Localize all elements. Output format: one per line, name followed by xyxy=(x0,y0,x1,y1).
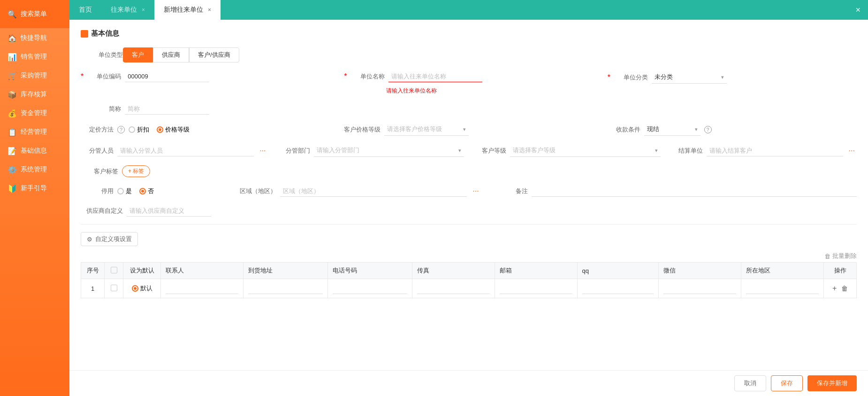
label-customer-level: 客户等级 xyxy=(473,147,506,155)
cell-location xyxy=(741,279,824,298)
input-unit-name[interactable] xyxy=(388,71,482,82)
label-unit-name: 单位名称 xyxy=(352,72,385,81)
cell-check xyxy=(105,279,123,298)
gear-icon: ⚙ xyxy=(87,236,92,243)
col-header-default: 设为默认 xyxy=(123,263,161,279)
select-payment-terms[interactable]: 现结 ▾ xyxy=(644,123,700,136)
input-region[interactable] xyxy=(280,186,467,197)
sidebar-item-label: 库存核算 xyxy=(21,90,47,99)
input-qq[interactable] xyxy=(582,283,654,294)
add-tag-button[interactable]: + 标签 xyxy=(122,165,150,177)
input-manager[interactable] xyxy=(117,145,254,156)
unit-type-supplier[interactable]: 供应商 xyxy=(153,47,189,62)
footer-bar: 取消 保存 保存并新增 xyxy=(69,370,868,396)
radio-price-level[interactable]: 价格等级 xyxy=(157,125,190,134)
label-unit-code: 单位编码 xyxy=(88,72,121,81)
tab-new-partner[interactable]: 新增往来单位 × xyxy=(154,0,221,20)
sidebar-search-label: 搜索菜单 xyxy=(21,10,47,18)
sidebar-item-label: 快捷导航 xyxy=(21,34,47,42)
delete-row-btn[interactable]: 🗑 xyxy=(841,285,848,292)
tab-bar: 首页 往来单位 × 新增往来单位 × × xyxy=(69,0,868,20)
input-email[interactable] xyxy=(500,283,572,294)
sidebar-item-guide[interactable]: 🔰 新手引导 xyxy=(0,179,69,198)
select-all-checkbox[interactable] xyxy=(111,267,117,273)
unit-type-customer[interactable]: 客户 xyxy=(123,47,153,62)
sidebar-item-purchase[interactable]: 🛒 采购管理 xyxy=(0,66,69,85)
sidebar-item-inventory[interactable]: 📦 库存核算 xyxy=(0,85,69,104)
chevron-down-icon: ▾ xyxy=(655,148,658,154)
input-short-name[interactable] xyxy=(125,103,209,115)
select-unit-category[interactable]: 未分类 ▾ xyxy=(652,71,727,84)
disabled-radio-group: 是 否 xyxy=(117,187,154,195)
input-delivery[interactable] xyxy=(248,283,323,294)
input-phone[interactable] xyxy=(333,283,407,294)
input-wechat[interactable] xyxy=(663,283,736,294)
form-row-manager: 分管人员 ··· 分管部门 请输入分管部门 ▾ 客户等级 请选择客户等级 ▾ xyxy=(81,144,857,157)
label-customer-price-level: 客户价格等级 xyxy=(344,125,381,134)
input-location[interactable] xyxy=(746,283,819,294)
tab-new-partner-close[interactable]: × xyxy=(208,7,211,13)
tab-bar-close-btn[interactable]: × xyxy=(848,5,868,15)
cell-qq xyxy=(577,279,659,298)
radio-disabled-yes[interactable]: 是 xyxy=(117,187,132,195)
manager-ellipsis-btn[interactable]: ··· xyxy=(258,147,267,155)
tab-partner-close[interactable]: × xyxy=(142,7,145,13)
save-button[interactable]: 保存 xyxy=(771,375,803,391)
sidebar-item-search[interactable]: 🔍 搜索菜单 xyxy=(0,5,69,23)
input-contact[interactable] xyxy=(166,283,238,294)
label-pricing: 定价方法 xyxy=(81,125,114,134)
custom-settings-button[interactable]: ⚙ 自定义项设置 xyxy=(81,232,138,246)
label-payment-terms: 收款条件 xyxy=(608,125,640,134)
col-header-actions: 操作 xyxy=(824,263,857,279)
sidebar-item-finance[interactable]: 💰 资金管理 xyxy=(0,104,69,123)
input-note[interactable] xyxy=(532,186,857,197)
label-short-name: 简称 xyxy=(88,105,121,113)
region-ellipsis-btn[interactable]: ··· xyxy=(471,187,480,195)
select-department[interactable]: 请输入分管部门 ▾ xyxy=(314,144,464,157)
cancel-button[interactable]: 取消 xyxy=(734,375,766,391)
batch-delete-button[interactable]: 🗑 批量删除 xyxy=(824,252,857,260)
label-customer-tag: 客户标签 xyxy=(81,167,118,176)
label-department: 分管部门 xyxy=(277,147,310,155)
save-new-button[interactable]: 保存并新增 xyxy=(807,375,857,391)
input-fax[interactable] xyxy=(417,283,490,294)
row-checkbox[interactable] xyxy=(111,285,117,291)
payment-help-icon[interactable]: ? xyxy=(704,126,712,133)
cell-wechat xyxy=(659,279,741,298)
settlement-ellipsis-btn[interactable]: ··· xyxy=(847,147,857,155)
sidebar-item-basic-info[interactable]: 📝 基础信息 xyxy=(0,141,69,160)
field-unit-name: * 单位名称 请输入往来单位名称 xyxy=(344,71,593,95)
pricing-help-icon[interactable]: ? xyxy=(117,126,125,133)
contact-table: 序号 设为默认 联系人 到货地址 电话号码 传真 邮箱 qq 微信 所在地区 操… xyxy=(81,262,857,298)
input-settlement-unit[interactable] xyxy=(707,145,843,156)
tab-partner-label: 往来单位 xyxy=(111,6,137,14)
radio-discount[interactable]: 折扣 xyxy=(129,125,149,134)
col-header-contact: 联系人 xyxy=(161,263,244,279)
sidebar-item-label: 采购管理 xyxy=(21,71,47,80)
form-row-disabled: 停用 是 否 区域（地区） ··· xyxy=(81,186,857,197)
col-header-check xyxy=(105,263,123,279)
main-area: 首页 往来单位 × 新增往来单位 × × 基本信息 单位类型 客户 供应商 客户… xyxy=(69,0,868,396)
tab-home[interactable]: 首页 xyxy=(69,0,101,20)
input-supplier-custom[interactable] xyxy=(127,205,211,217)
cell-default: 默认 xyxy=(123,279,161,298)
sidebar-item-operations[interactable]: 📋 经营管理 xyxy=(0,123,69,141)
form-row-1: * 单位编码 * 单位名称 请输入往来单位名称 * 单位分类 xyxy=(81,71,857,95)
row-default-radio[interactable]: 默认 xyxy=(128,284,156,293)
cell-delivery xyxy=(243,279,327,298)
select-customer-price-level[interactable]: 请选择客户价格等级 ▾ xyxy=(384,123,469,136)
add-row-btn[interactable]: + xyxy=(832,284,837,292)
money-icon: 💰 xyxy=(8,109,17,118)
tab-home-label: 首页 xyxy=(79,6,92,14)
sidebar-search-area[interactable]: 🔍 搜索菜单 xyxy=(0,0,69,29)
cell-email xyxy=(495,279,577,298)
sidebar-item-sales[interactable]: 📊 销售管理 xyxy=(0,47,69,66)
tab-partner[interactable]: 往来单位 × xyxy=(101,0,154,20)
section-title-text: 基本信息 xyxy=(91,29,119,38)
unit-type-both[interactable]: 客户/供应商 xyxy=(189,47,239,62)
select-customer-level[interactable]: 请选择客户等级 ▾ xyxy=(510,144,661,157)
sidebar-item-system[interactable]: ⚙️ 系统管理 xyxy=(0,160,69,179)
input-unit-code[interactable] xyxy=(125,71,209,82)
radio-disabled-no[interactable]: 否 xyxy=(139,187,154,195)
sidebar-item-quick-nav[interactable]: 🏠 快捷导航 xyxy=(0,29,69,47)
